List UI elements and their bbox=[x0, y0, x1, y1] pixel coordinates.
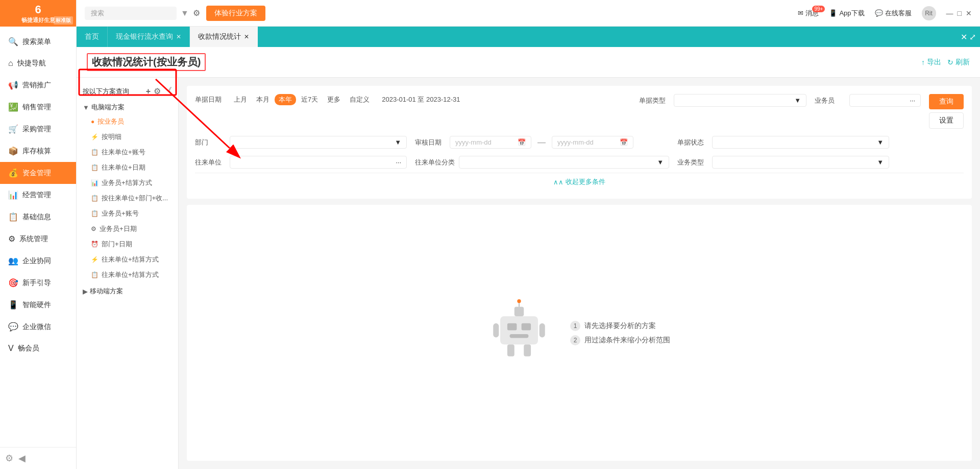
date-tab-this-year[interactable]: 本年 bbox=[275, 94, 296, 105]
scheme-item-dept-date-label: 部门+日期 bbox=[102, 240, 132, 249]
scheme-item-unit-dept-label: 按往来单位+部门+收... bbox=[102, 194, 168, 203]
export-button[interactable]: ↑ 导出 bbox=[921, 58, 941, 67]
top-header: 搜索 ▼ ⚙ 体验行业方案 ✉ 消息 99+ 📱 App下载 💬 在线客服 Ri… bbox=[77, 0, 980, 27]
tab-bank-close-icon[interactable]: ✕ bbox=[176, 33, 181, 40]
sidebar-item-enterprise[interactable]: 👥 企业协同 bbox=[0, 250, 76, 272]
search-box[interactable]: 搜索 bbox=[85, 7, 177, 20]
scheme-item-unit-payment1[interactable]: ⚡ 往来单位+结算方式 bbox=[77, 252, 178, 267]
service-label: 在线客服 bbox=[885, 9, 912, 18]
content-area: 按以下方案查询 + ⚙ 《 ▼ 电脑端方案 ● 按业务员 bbox=[77, 78, 980, 469]
tab-receivable-close-icon[interactable]: ✕ bbox=[244, 33, 249, 40]
left-panel-settings-icon[interactable]: ⚙ bbox=[154, 86, 161, 96]
messages-button[interactable]: ✉ 消息 99+ bbox=[798, 9, 819, 18]
enterprise-icon: 👥 bbox=[8, 256, 18, 266]
date-tab-last-month[interactable]: 上月 bbox=[230, 94, 251, 105]
left-panel-add-icon[interactable]: + bbox=[146, 87, 151, 96]
sidebar-item-marketing[interactable]: 📢 营销推广 bbox=[0, 74, 76, 96]
sidebar-item-capital[interactable]: 💰 资金管理 bbox=[0, 162, 76, 184]
business-type-chevron-icon: ▼ bbox=[877, 158, 884, 166]
date-tab-this-month[interactable]: 本月 bbox=[252, 94, 274, 105]
operation-icon: 📊 bbox=[8, 190, 18, 200]
sidebar-item-system[interactable]: ⚙ 系统管理 bbox=[0, 228, 76, 250]
empty-state: 1 请先选择要分析的方案 2 用过滤条件来缩小分析范围 bbox=[187, 205, 972, 461]
marketing-icon: 📢 bbox=[8, 80, 18, 90]
voucher-status-dropdown[interactable]: ▼ bbox=[712, 136, 889, 149]
scheme-item-salesman-icon: ● bbox=[91, 118, 94, 125]
scheme-group-mobile-label: 移动端方案 bbox=[90, 287, 123, 296]
footer-settings-icon[interactable]: ⚙ bbox=[5, 453, 13, 464]
calendar2-icon[interactable]: 📅 bbox=[620, 138, 628, 146]
scheme-item-unit-account[interactable]: 📋 往来单位+账号 bbox=[77, 145, 178, 160]
online-service-button[interactable]: 💬 在线客服 bbox=[875, 9, 912, 18]
app-download-button[interactable]: 📱 App下载 bbox=[829, 9, 864, 18]
scheme-item-unit-date[interactable]: 📋 往来单位+日期 bbox=[77, 160, 178, 175]
scheme-item-salesman-payment[interactable]: 📊 业务员+结算方式 bbox=[77, 175, 178, 191]
dept-dropdown[interactable]: ▼ bbox=[230, 136, 407, 149]
scheme-group-mobile-title[interactable]: ▶ 移动端方案 bbox=[77, 285, 178, 298]
sidebar: 6 畅捷通好生意 标准版 🔍 搜索菜单 ⌂ 快捷导航 📢 营销推广 💹 销售管理… bbox=[0, 0, 77, 469]
tab-bank[interactable]: 现金银行流水查询 ✕ bbox=[108, 27, 190, 47]
sidebar-item-wechat[interactable]: 💬 企业微信 bbox=[0, 316, 76, 338]
tab-receivable[interactable]: 收款情况统计 ✕ bbox=[190, 27, 258, 47]
counterpart-dropdown[interactable]: ··· bbox=[230, 156, 407, 169]
sidebar-item-hardware[interactable]: 📱 智能硬件 bbox=[0, 294, 76, 316]
scheme-item-unit-payment1-label: 往来单位+结算方式 bbox=[102, 255, 159, 264]
scheme-item-salesman-account[interactable]: 📋 业务员+账号 bbox=[77, 206, 178, 221]
scheme-item-dept-date[interactable]: ⏰ 部门+日期 bbox=[77, 237, 178, 252]
sidebar-item-member[interactable]: V 畅会员 bbox=[0, 338, 76, 359]
audit-date-from-input[interactable]: yyyy-mm-dd 📅 bbox=[450, 136, 531, 149]
tab-home[interactable]: 首页 bbox=[77, 27, 108, 47]
scheme-item-salesman-date-label: 业务员+日期 bbox=[100, 224, 137, 233]
sidebar-item-purchase[interactable]: 🛒 采购管理 bbox=[0, 118, 76, 140]
tab-fullscreen-icon[interactable]: ⤢ bbox=[969, 32, 976, 42]
voucher-type-dropdown[interactable]: ▼ bbox=[674, 94, 806, 107]
user-avatar[interactable]: Rit bbox=[922, 6, 936, 20]
left-panel-header-label: 按以下方案查询 bbox=[83, 87, 129, 96]
left-panel-collapse-icon[interactable]: 《 bbox=[164, 86, 172, 97]
footer-collapse-icon[interactable]: ◀ bbox=[18, 453, 26, 464]
window-close-icon[interactable]: ✕ bbox=[966, 9, 972, 17]
counterpart-more-icon: ··· bbox=[396, 158, 401, 166]
sidebar-item-inventory[interactable]: 📦 库存核算 bbox=[0, 140, 76, 162]
scheme-item-unit-payment2[interactable]: 📋 往来单位+结算方式 bbox=[77, 267, 178, 283]
sidebar-item-sales[interactable]: 💹 销售管理 bbox=[0, 96, 76, 118]
business-type-dropdown[interactable]: ▼ bbox=[712, 156, 889, 169]
header-right-area: ✉ 消息 99+ 📱 App下载 💬 在线客服 Rit — □ ✕ bbox=[798, 6, 972, 20]
tab-close-all-icon[interactable]: ✕ bbox=[961, 32, 967, 42]
audit-date-to-input[interactable]: yyyy-mm-dd 📅 bbox=[552, 136, 633, 149]
scheme-item-unit-dept[interactable]: 📋 按往来单位+部门+收... bbox=[77, 191, 178, 206]
sidebar-item-search[interactable]: 🔍 搜索菜单 bbox=[0, 31, 76, 53]
trial-button[interactable]: 体验行业方案 bbox=[206, 6, 265, 21]
app-version: 标准版 bbox=[54, 16, 73, 25]
calendar-icon[interactable]: 📅 bbox=[518, 138, 526, 146]
sidebar-item-quicknav[interactable]: ⌂ 快捷导航 bbox=[0, 53, 76, 74]
counterpart-category-dropdown[interactable]: ▼ bbox=[459, 156, 669, 169]
scheme-item-salesman[interactable]: ● 按业务员 bbox=[77, 114, 178, 129]
date-tabs: 上月 本月 本年 近7天 更多 自定义 bbox=[230, 94, 374, 105]
query-button[interactable]: 查询 bbox=[929, 94, 964, 109]
sidebar-item-operation[interactable]: 📊 经营管理 bbox=[0, 184, 76, 206]
scheme-item-salesman-account-label: 业务员+账号 bbox=[102, 209, 139, 218]
header-gear-icon[interactable]: ⚙ bbox=[193, 8, 200, 18]
refresh-button[interactable]: ↻ 刷新 bbox=[947, 58, 970, 67]
scheme-item-detail[interactable]: ⚡ 按明细 bbox=[77, 129, 178, 145]
scheme-item-salesman-date[interactable]: ⚙ 业务员+日期 bbox=[77, 221, 178, 237]
date-tab-custom[interactable]: 自定义 bbox=[346, 94, 374, 105]
filter-section: 单据日期 上月 本月 本年 近7天 更多 自定义 2023-01-01 至 20… bbox=[187, 86, 972, 199]
date-tab-more[interactable]: 更多 bbox=[323, 94, 345, 105]
scheme-group-desktop-title[interactable]: ▼ 电脑端方案 bbox=[77, 101, 178, 114]
sidebar-label-purchase: 采购管理 bbox=[22, 125, 51, 134]
sidebar-item-basic[interactable]: 📋 基础信息 bbox=[0, 206, 76, 228]
collapse-bar[interactable]: ∧∧ 收起更多条件 bbox=[195, 173, 964, 191]
window-maximize-icon[interactable]: □ bbox=[958, 9, 962, 17]
svg-rect-3 bbox=[510, 334, 529, 338]
scheme-item-unit-payment2-label: 往来单位+结算方式 bbox=[102, 270, 159, 279]
salesman-dropdown[interactable]: ··· bbox=[849, 94, 921, 107]
settings-button[interactable]: 设置 bbox=[929, 112, 964, 129]
left-panel-header: 按以下方案查询 + ⚙ 《 bbox=[77, 84, 178, 101]
chevron-down-icon[interactable]: ▼ bbox=[181, 9, 189, 18]
window-minimize-icon[interactable]: — bbox=[946, 9, 953, 17]
date-tab-7days[interactable]: 近7天 bbox=[297, 94, 322, 105]
sidebar-item-guide[interactable]: 🎯 新手引导 bbox=[0, 272, 76, 294]
window-controls: — □ ✕ bbox=[946, 9, 972, 17]
